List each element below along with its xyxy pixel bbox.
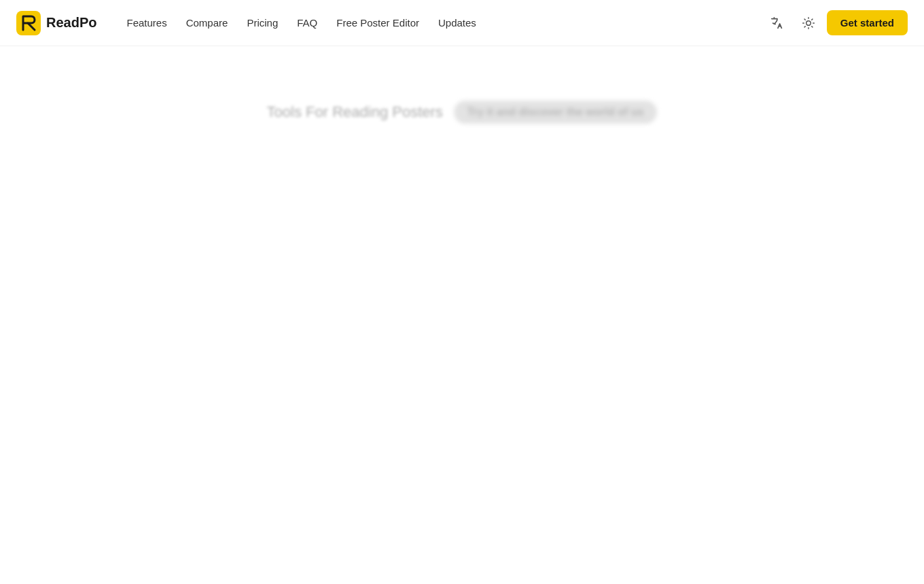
nav-link-faq[interactable]: FAQ bbox=[289, 12, 325, 34]
svg-point-1 bbox=[806, 20, 811, 25]
hero-row: Tools For Reading Posters Try it and dis… bbox=[267, 101, 658, 124]
translate-icon bbox=[770, 16, 785, 31]
sun-icon bbox=[802, 16, 815, 30]
theme-toggle-button[interactable] bbox=[796, 10, 821, 36]
nav-link-features[interactable]: Features bbox=[118, 12, 175, 34]
hero-badge: Try it and discover the world of us bbox=[454, 101, 658, 124]
nav-link-compare[interactable]: Compare bbox=[178, 12, 236, 34]
navbar-right: Get started bbox=[764, 10, 908, 36]
brand-logo-icon bbox=[16, 11, 41, 35]
brand-name: ReadPo bbox=[46, 15, 96, 31]
navbar: ReadPo Features Compare Pricing FAQ Free… bbox=[0, 0, 924, 46]
brand-logo-link[interactable]: ReadPo bbox=[16, 11, 96, 35]
main-content: Tools For Reading Posters Try it and dis… bbox=[0, 46, 924, 124]
nav-link-free-poster-editor[interactable]: Free Poster Editor bbox=[328, 12, 427, 34]
navbar-left: ReadPo Features Compare Pricing FAQ Free… bbox=[16, 11, 484, 35]
hero-text: Tools For Reading Posters bbox=[267, 103, 443, 121]
nav-links: Features Compare Pricing FAQ Free Poster… bbox=[118, 12, 484, 34]
nav-link-updates[interactable]: Updates bbox=[430, 12, 484, 34]
nav-link-pricing[interactable]: Pricing bbox=[238, 12, 286, 34]
get-started-button[interactable]: Get started bbox=[827, 10, 908, 35]
translate-button[interactable] bbox=[764, 10, 790, 36]
